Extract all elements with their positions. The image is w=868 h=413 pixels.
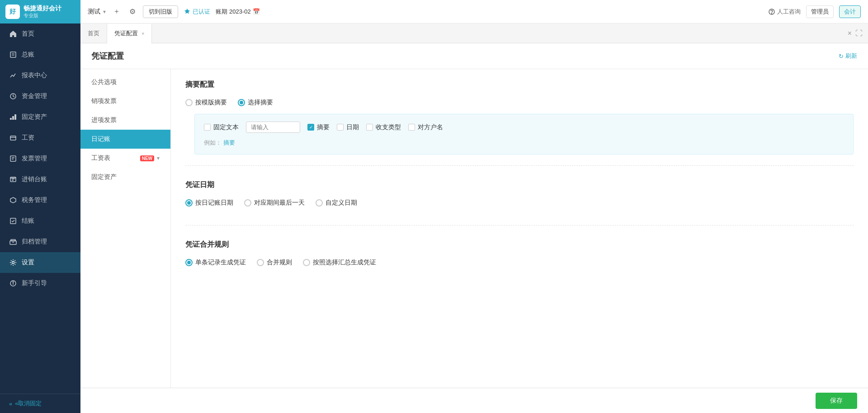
left-nav-item-public[interactable]: 公共选项 (80, 73, 170, 92)
save-button[interactable]: 保存 (816, 393, 857, 409)
sidebar-item-trade[interactable]: 进销台账 (0, 169, 80, 190)
merge-radio-rule[interactable]: 合并规则 (257, 258, 292, 267)
date-radio-custom[interactable]: 自定义日期 (316, 199, 357, 207)
left-nav-item-purchase-invoice[interactable]: 进项发票 (80, 111, 170, 130)
sidebar-item-fund[interactable]: 资金管理 (0, 86, 80, 107)
sidebar-pin-toggle[interactable]: « «取消固定 (0, 394, 80, 413)
old-version-button[interactable]: 切到旧版 (143, 5, 178, 18)
svg-line-5 (13, 96, 14, 97)
period-display: 账期 2023-02 📅 (216, 8, 260, 16)
left-nav-item-sales-invoice[interactable]: 销项发票 (80, 92, 170, 111)
fund-icon (9, 92, 17, 100)
checkbox-date-box (337, 124, 344, 131)
sidebar-item-label: 税务管理 (22, 196, 47, 204)
project-chevron-icon[interactable]: ▾ (103, 9, 106, 15)
add-project-icon[interactable]: ＋ (111, 5, 122, 18)
sidebar-item-guide[interactable]: 新手引导 (0, 273, 80, 294)
sidebar-item-ledger[interactable]: 总账 (0, 44, 80, 65)
tab-voucher-label: 凭证配置 (114, 29, 138, 38)
checkbox-income-type-box (366, 124, 373, 131)
left-nav-item-payroll[interactable]: 工资表 NEW ▾ (80, 149, 170, 168)
date-radio-journal[interactable]: 按日记账日期 (185, 199, 233, 207)
sidebar-item-home[interactable]: 首页 (0, 23, 80, 44)
accountant-button[interactable]: 会计 (839, 5, 861, 18)
save-bar: 保存 (80, 388, 868, 413)
checkbox-counterparty[interactable]: 对方户名 (408, 123, 443, 131)
refresh-button[interactable]: ↻ 刷新 (839, 52, 857, 60)
left-nav-item-journal[interactable]: 日记账 (80, 130, 170, 149)
tab-close-icon[interactable]: × (142, 31, 144, 36)
sidebar-item-asset[interactable]: 固定资产 (0, 107, 80, 127)
sidebar-item-report[interactable]: 报表中心 (0, 65, 80, 86)
fixed-text-input[interactable] (246, 122, 300, 133)
example-prefix: 例如： (204, 139, 222, 146)
invoice-icon (9, 155, 17, 163)
merge-radio-summary[interactable]: 按照选择汇总生成凭证 (303, 258, 376, 267)
summary-example: 例如： 摘要 (204, 138, 844, 147)
sidebar-item-settings[interactable]: 设置 (0, 252, 80, 273)
checkbox-date[interactable]: 日期 (337, 123, 359, 131)
main-content: 凭证配置 ↻ 刷新 公共选项 销项发票 进项发票 日记账 工资表 (80, 43, 868, 413)
content-area: 公共选项 销项发票 进项发票 日记账 工资表 NEW ▾ (80, 69, 868, 413)
sidebar-item-label: 资金管理 (22, 92, 47, 100)
sidebar: 好 畅捷通好会计 专业版 首页 总账 报表中心 (0, 0, 80, 413)
svg-rect-8 (14, 114, 16, 120)
sidebar-item-label: 新手引导 (22, 279, 47, 287)
tabbar: 首页 凭证配置 × × ⛶ (80, 23, 868, 43)
summary-radio-template[interactable]: 按模版摘要 (185, 99, 227, 107)
sidebar-item-tax[interactable]: 税务管理 (0, 190, 80, 211)
expand-icon[interactable]: ⛶ (855, 29, 863, 38)
home-icon (9, 30, 17, 38)
app-logo-sub: 专业版 (24, 12, 61, 19)
merge-radio-single-label: 单条记录生成凭证 (195, 258, 246, 267)
checkbox-income-type[interactable]: 收支类型 (366, 123, 401, 131)
close-accounts-icon (9, 217, 17, 225)
summary-config-box: 固定文本 ✓ 摘要 日期 (194, 114, 854, 155)
settings-topbar-icon[interactable]: ⚙ (127, 5, 137, 18)
sidebar-item-salary[interactable]: 工资 (0, 127, 80, 148)
sidebar-item-label: 归档管理 (22, 238, 47, 246)
date-radio-period-end-circle (244, 199, 251, 206)
checkbox-counterparty-label: 对方户名 (418, 123, 443, 131)
date-radio-period-end[interactable]: 对应期间最后一天 (244, 199, 305, 207)
svg-rect-21 (11, 239, 15, 241)
trade-icon (9, 175, 17, 183)
tax-icon (9, 196, 17, 204)
sidebar-item-label: 总账 (22, 51, 34, 59)
sidebar-item-close-accounts[interactable]: 结账 (0, 211, 80, 231)
checkbox-fixed-text[interactable]: 固定文本 (204, 123, 239, 131)
date-radio-journal-circle (185, 199, 193, 206)
close-tab-icon[interactable]: × (848, 29, 852, 38)
calendar-icon[interactable]: 📅 (253, 8, 260, 15)
left-nav: 公共选项 销项发票 进项发票 日记账 工资表 NEW ▾ (80, 69, 171, 413)
sidebar-item-label: 固定资产 (22, 113, 47, 121)
new-badge: NEW (140, 155, 154, 161)
section-merge-title: 凭证合并规则 (185, 240, 854, 249)
certified-badge: 已认证 (184, 8, 210, 16)
checkbox-date-label: 日期 (346, 123, 359, 131)
right-panel: 摘要配置 按模版摘要 选择摘要 (171, 69, 868, 413)
pin-icon: « (9, 400, 12, 407)
sidebar-item-label: 报表中心 (22, 71, 47, 80)
date-radio-period-end-label: 对应期间最后一天 (254, 199, 305, 207)
merge-radio-single[interactable]: 单条记录生成凭证 (185, 258, 246, 267)
example-value: 摘要 (223, 139, 235, 146)
left-nav-item-fixed-assets[interactable]: 固定资产 (80, 168, 170, 187)
sidebar-nav: 首页 总账 报表中心 资金管理 固定资产 (0, 23, 80, 394)
archive-icon (9, 238, 17, 246)
guide-icon (9, 279, 17, 287)
tab-home[interactable]: 首页 (80, 23, 107, 43)
checkbox-summary-box: ✓ (307, 124, 314, 131)
svg-point-23 (12, 262, 14, 264)
checkbox-summary[interactable]: ✓ 摘要 (307, 123, 330, 131)
pin-label: «取消固定 (15, 399, 42, 408)
consult-button[interactable]: 人工咨询 (768, 8, 801, 16)
refresh-label: 刷新 (845, 52, 857, 60)
app-logo-icon: 好 (5, 5, 20, 19)
summary-radio-select[interactable]: 选择摘要 (238, 99, 273, 107)
sidebar-item-invoice[interactable]: 发票管理 (0, 148, 80, 169)
tab-voucher-config[interactable]: 凭证配置 × (107, 24, 152, 44)
sidebar-item-archive[interactable]: 归档管理 (0, 231, 80, 252)
date-radio-journal-label: 按日记账日期 (195, 199, 233, 207)
admin-button[interactable]: 管理员 (806, 5, 834, 18)
